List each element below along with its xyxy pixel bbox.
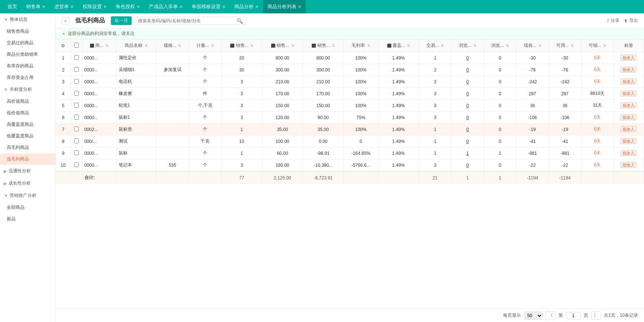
col-name[interactable]: 商品名称 ⇅ bbox=[116, 39, 156, 52]
sidebar-item-capital[interactable]: 库存资金占用 bbox=[0, 72, 55, 83]
nav-analysis-list[interactable]: 商品分析列表✕ bbox=[263, 0, 306, 13]
row-select-checkbox[interactable] bbox=[74, 79, 79, 84]
col-coverage[interactable]: ⬛ 覆盖... ⇅ bbox=[378, 39, 419, 52]
prev-page-button[interactable]: 〈 bbox=[546, 311, 555, 320]
row-views1[interactable]: 0 bbox=[451, 52, 484, 64]
select-all-checkbox[interactable] bbox=[74, 43, 79, 48]
row-views1[interactable]: 0 bbox=[451, 124, 484, 136]
nav-analysis[interactable]: 商品分析✕ bbox=[230, 0, 263, 13]
row-checkbox[interactable] bbox=[71, 159, 82, 172]
nav-permissions[interactable]: 权限设置✕ bbox=[78, 0, 111, 13]
filter-recent-month-button[interactable]: 近一月 bbox=[111, 16, 132, 25]
search-icon[interactable]: 🔍 bbox=[237, 18, 243, 24]
sidebar-group-flow[interactable]: ▶ 流通性分析 bbox=[0, 165, 55, 177]
row-select-checkbox[interactable] bbox=[74, 67, 79, 72]
page-label: 第 bbox=[558, 312, 563, 319]
row-checkbox[interactable] bbox=[71, 76, 82, 88]
nav-templates-close[interactable]: ✕ bbox=[222, 4, 225, 9]
col-sales-amount[interactable]: ⬛ 销售... ⇅ bbox=[303, 39, 343, 52]
sidebar-item-inventory[interactable]: 有库存的商品 bbox=[0, 60, 55, 72]
col-sales-count[interactable]: ⬛ 销售... ⇅ bbox=[221, 39, 262, 52]
row-checkbox[interactable] bbox=[71, 124, 82, 136]
nav-products-close[interactable]: ✕ bbox=[179, 4, 183, 9]
col-code[interactable]: ⬛ 商... ⇅ bbox=[82, 39, 116, 52]
row-checkbox[interactable] bbox=[71, 136, 82, 147]
current-page-input[interactable] bbox=[566, 312, 581, 319]
col-checkbox-all[interactable] bbox=[71, 39, 82, 52]
sidebar-item-sales-category[interactable]: 销售类商品 bbox=[0, 26, 55, 37]
col-sales-price[interactable]: ⬛ 销售... ⇅ bbox=[262, 39, 302, 52]
sidebar-item-new-products[interactable]: 新品 bbox=[0, 213, 55, 225]
row-views1[interactable]: 1 bbox=[451, 147, 484, 159]
row-checkbox[interactable] bbox=[71, 147, 82, 159]
row-select-checkbox[interactable] bbox=[74, 55, 79, 60]
nav-purchase-close[interactable]: ✕ bbox=[70, 4, 74, 9]
col-transactions[interactable]: 交易... ⇅ bbox=[419, 39, 451, 52]
row-checkbox[interactable] bbox=[71, 64, 82, 76]
col-views2[interactable]: 浏览... ⇅ bbox=[484, 39, 516, 52]
nav-home[interactable]: 首页 bbox=[3, 0, 22, 13]
sidebar-item-low-value[interactable]: 低价值商品 bbox=[0, 107, 55, 119]
row-select-checkbox[interactable] bbox=[74, 103, 79, 108]
nav-analysis-close[interactable]: ✕ bbox=[255, 4, 259, 9]
sidebar-item-high-margin[interactable]: 高毛利商品 bbox=[0, 142, 55, 153]
sidebar-item-all-products[interactable]: 全部商品 bbox=[0, 202, 55, 213]
nav-roles[interactable]: 角色授权✕ bbox=[111, 0, 144, 13]
row-select-checkbox[interactable] bbox=[74, 162, 79, 167]
nav-roles-close[interactable]: ✕ bbox=[137, 4, 140, 9]
footer-transactions: 21 bbox=[419, 171, 451, 184]
col-available[interactable]: 可用... ⇅ bbox=[549, 39, 581, 52]
sidebar-toggle-button[interactable]: « bbox=[62, 17, 69, 25]
nav-analysis-list-close[interactable]: ✕ bbox=[298, 4, 301, 9]
row-checkbox[interactable] bbox=[71, 100, 82, 112]
sidebar-item-category-sales[interactable]: 商品分类助销率 bbox=[0, 49, 55, 60]
sidebar-item-high-abundance[interactable]: 高覆盖度商品 bbox=[0, 119, 55, 130]
row-views1[interactable]: 0 bbox=[451, 100, 484, 112]
nav-permissions-close[interactable]: ✕ bbox=[103, 4, 107, 9]
col-unit[interactable]: 计量... ⇅ bbox=[189, 39, 221, 52]
nav-products[interactable]: 产成品入库单✕ bbox=[144, 0, 187, 13]
sidebar-item-low-margin[interactable]: 低毛利商品 bbox=[0, 153, 55, 165]
nav-purchase[interactable]: 进货单✕ bbox=[50, 0, 78, 13]
search-box[interactable]: 🔍 bbox=[135, 17, 246, 25]
row-views1[interactable]: 0 bbox=[451, 64, 484, 76]
col-views1[interactable]: 浏览... ⇅ bbox=[451, 39, 484, 52]
col-current[interactable]: 现有... ⇅ bbox=[516, 39, 549, 52]
sidebar-group-marketing[interactable]: ▼ 营销推广分析 bbox=[0, 189, 55, 202]
sidebar-group-abundance[interactable]: ▼ 丰鲜度分析 bbox=[0, 83, 55, 96]
row-views1[interactable]: 0 bbox=[451, 88, 484, 100]
row-select-checkbox[interactable] bbox=[74, 138, 79, 143]
sidebar-item-traded[interactable]: 交易过的商品 bbox=[0, 37, 55, 49]
export-button[interactable]: ⬆ 导出 bbox=[624, 17, 638, 24]
sidebar-group-growth[interactable]: ▶ 成长性分析 bbox=[0, 177, 55, 189]
settings-icon[interactable]: ⚙ bbox=[61, 43, 65, 48]
row-checkbox[interactable] bbox=[71, 112, 82, 124]
row-views1[interactable]: 0 bbox=[451, 76, 484, 88]
next-page-button[interactable]: 〉 bbox=[591, 311, 601, 320]
row-select-checkbox[interactable] bbox=[74, 91, 79, 96]
row-checkbox[interactable] bbox=[71, 88, 82, 100]
share-button[interactable]: ⤴ 分享 bbox=[607, 17, 619, 24]
nav-sales-close[interactable]: ✕ bbox=[42, 4, 45, 9]
col-spec[interactable]: 规格... ⇅ bbox=[156, 39, 189, 52]
row-views1[interactable]: 0 bbox=[451, 112, 484, 124]
row-select-checkbox[interactable] bbox=[74, 127, 79, 131]
per-page-select[interactable]: 50 100 200 bbox=[524, 312, 543, 320]
row-transactions: 3 bbox=[419, 112, 451, 124]
col-margin-rate[interactable]: 毛利率 ⇅ bbox=[343, 39, 378, 52]
sidebar-item-high-value[interactable]: 高价值商品 bbox=[0, 96, 55, 107]
row-checkbox[interactable] bbox=[71, 52, 82, 64]
row-views2: 0 bbox=[484, 76, 516, 88]
search-input[interactable] bbox=[138, 18, 237, 23]
row-select-checkbox[interactable] bbox=[74, 115, 79, 119]
nav-sales[interactable]: 销售单✕ bbox=[22, 0, 50, 13]
nav-templates[interactable]: 单据模板设置✕ bbox=[187, 0, 230, 13]
sidebar-item-low-abundance[interactable]: 低覆盖度商品 bbox=[0, 130, 55, 142]
col-sellable[interactable]: 可销... ⇅ bbox=[581, 39, 613, 52]
col-settings[interactable]: ⚙ bbox=[56, 39, 71, 52]
row-views1[interactable]: 0 bbox=[451, 159, 484, 172]
row-select-checkbox[interactable] bbox=[74, 150, 79, 155]
col-tag[interactable]: 标签 bbox=[613, 39, 644, 52]
sidebar-group-overall[interactable]: ▼ 整体信息 bbox=[0, 13, 55, 26]
row-views1[interactable]: 0 bbox=[451, 136, 484, 147]
